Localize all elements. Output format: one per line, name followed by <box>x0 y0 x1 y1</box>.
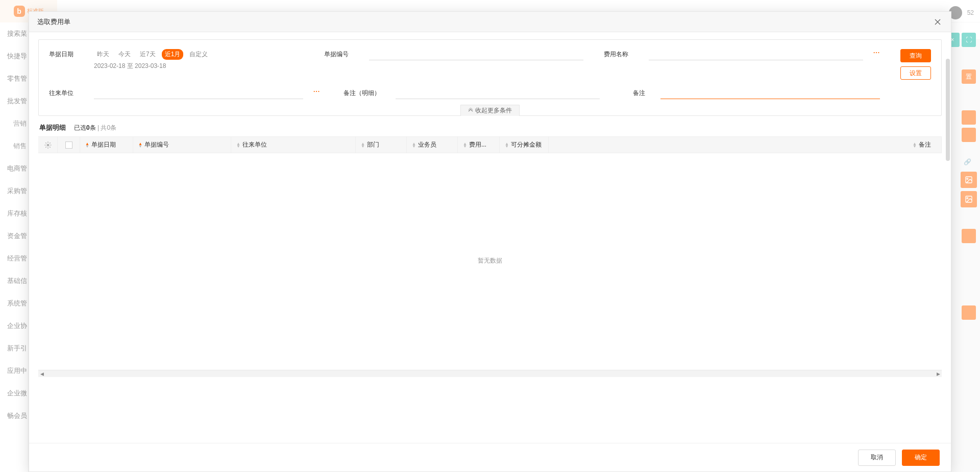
date-preset-7d[interactable]: 近7天 <box>137 49 159 60</box>
column-settings-button[interactable] <box>38 137 58 153</box>
sort-icon[interactable]: ▲▼ <box>85 143 89 148</box>
col-header-party[interactable]: ▲▼ 往来单位 <box>231 137 356 153</box>
filter-party-label: 往来单位 <box>49 88 87 98</box>
col-header-fee[interactable]: ▲▼ 费用... <box>458 137 500 153</box>
modal-overlay: 选取费用单 单据日期 昨天 今天 <box>0 0 980 472</box>
col-header-remark[interactable]: ▲▼ 备注 <box>549 137 942 153</box>
col-header-dept[interactable]: ▲▼ 部门 <box>356 137 407 153</box>
fee-name-picker-icon[interactable]: ··· <box>870 49 880 56</box>
selection-summary: 已选0条 | 共0条 <box>74 124 116 132</box>
party-picker-icon[interactable]: ··· <box>310 88 320 95</box>
modal-body: 单据日期 昨天 今天 近7天 近1月 自定义 2023-02-18 至 2023… <box>29 32 951 443</box>
select-all-checkbox[interactable] <box>58 137 80 153</box>
detail-remark-input[interactable] <box>396 88 600 99</box>
grid-header: ▲▼ 单据日期 ▲▼ 单据编号 ▲▼ 往来单位 ▲▼ <box>38 137 942 153</box>
col-header-sales[interactable]: ▲▼ 业务员 <box>407 137 458 153</box>
sort-icon[interactable]: ▲▼ <box>412 143 416 148</box>
filter-feename-label: 费用名称 <box>604 49 642 59</box>
sort-icon[interactable]: ▲▼ <box>361 143 365 148</box>
date-preset-group: 昨天 今天 近7天 近1月 自定义 <box>94 49 211 60</box>
filter-docno-label: 单据编号 <box>324 49 362 59</box>
ok-button[interactable]: 确定 <box>902 450 940 466</box>
remark-input[interactable] <box>660 88 880 99</box>
date-range-text: 2023-02-18 至 2023-03-18 <box>94 62 211 70</box>
sort-icon[interactable]: ▲▼ <box>138 143 142 148</box>
scroll-left-icon[interactable]: ◀ <box>38 370 45 377</box>
doc-no-input[interactable] <box>369 49 583 60</box>
modal-footer: 取消 确定 <box>29 443 951 471</box>
svg-point-4 <box>47 144 49 146</box>
modal-select-expense: 选取费用单 单据日期 昨天 今天 <box>29 11 951 472</box>
sort-icon[interactable]: ▲▼ <box>463 143 467 148</box>
fee-name-input[interactable] <box>649 49 863 60</box>
scroll-right-icon[interactable]: ▶ <box>935 370 942 377</box>
query-button[interactable]: 查询 <box>900 49 931 62</box>
detail-header: 单据明细 已选0条 | 共0条 <box>39 123 942 132</box>
date-preset-custom[interactable]: 自定义 <box>186 49 211 60</box>
sort-icon[interactable]: ▲▼ <box>505 143 509 148</box>
grid: ▲▼ 单据日期 ▲▼ 单据编号 ▲▼ 往来单位 ▲▼ <box>38 136 942 368</box>
date-preset-yesterday[interactable]: 昨天 <box>94 49 112 60</box>
tab-detail[interactable]: 单据明细 <box>39 123 66 132</box>
col-header-allot[interactable]: ▲▼ 可分摊金额 <box>500 137 549 153</box>
col-header-no[interactable]: ▲▼ 单据编号 <box>133 137 231 153</box>
filter-date-label: 单据日期 <box>49 49 87 59</box>
chevron-up-icon <box>468 107 473 114</box>
date-preset-1m[interactable]: 近1月 <box>162 49 184 60</box>
filter-remark-label: 备注 <box>633 88 653 98</box>
party-input[interactable] <box>94 88 303 99</box>
modal-header: 选取费用单 <box>29 12 951 32</box>
date-preset-today[interactable]: 今天 <box>115 49 134 60</box>
settings-button[interactable]: 设置 <box>900 66 931 80</box>
close-icon[interactable] <box>933 17 943 27</box>
horizontal-scrollbar[interactable]: ◀ ▶ <box>38 370 942 377</box>
modal-title: 选取费用单 <box>37 17 70 27</box>
vertical-scrollbar[interactable] <box>946 59 950 412</box>
filter-panel: 单据日期 昨天 今天 近7天 近1月 自定义 2023-02-18 至 2023… <box>38 39 942 116</box>
grid-empty-text: 暂无数据 <box>38 153 942 368</box>
sort-icon[interactable]: ▲▼ <box>236 143 240 148</box>
col-header-date[interactable]: ▲▼ 单据日期 <box>80 137 133 153</box>
collapse-label: 收起更多条件 <box>475 106 512 115</box>
sort-icon[interactable]: ▲▼ <box>913 143 917 148</box>
cancel-button[interactable]: 取消 <box>858 450 896 466</box>
filter-detailremark-label: 备注（明细） <box>344 88 388 98</box>
collapse-filters-button[interactable]: 收起更多条件 <box>460 105 520 116</box>
